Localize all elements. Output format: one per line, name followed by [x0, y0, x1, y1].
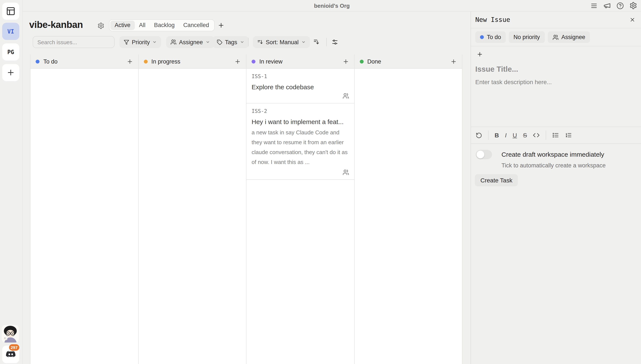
panels-toggle-button[interactable] — [2, 2, 19, 20]
column-body — [30, 69, 138, 364]
status-chip[interactable]: To do — [475, 31, 506, 43]
user-avatar[interactable] — [2, 325, 19, 342]
tags-filter-button[interactable]: Tags — [212, 36, 248, 48]
status-dot — [144, 60, 148, 63]
users-icon — [170, 39, 176, 45]
add-card-button[interactable] — [342, 58, 349, 64]
divider — [248, 38, 248, 46]
bold-button[interactable]: B — [494, 132, 499, 138]
bullet-list-icon[interactable] — [552, 132, 559, 139]
add-card-button[interactable] — [450, 58, 457, 64]
display-options-icon[interactable] — [332, 39, 338, 46]
issue-title: Explore the codebase — [252, 83, 349, 90]
column-todo: To do — [30, 54, 138, 364]
toggle-label: Create draft workspace immediately — [502, 151, 604, 158]
column-name: Done — [367, 58, 450, 64]
status-dot — [360, 60, 364, 63]
column-done: Done — [354, 54, 462, 364]
column-in-progress: In progress — [138, 54, 246, 364]
column-body — [138, 69, 246, 364]
settings-icon[interactable] — [630, 2, 637, 10]
app-window: VI PG — [0, 0, 641, 364]
panel-title: New Issue — [475, 16, 630, 24]
draft-workspace-toggle[interactable] — [476, 150, 492, 159]
issue-title: Hey i want to implement a feat... — [252, 118, 349, 125]
divider — [546, 130, 546, 140]
column-header: In review — [246, 54, 354, 69]
new-issue-panel: New Issue To do No priority Assignee Iss… — [470, 12, 641, 364]
toggle-hint: Tick to automatically create a workspace — [502, 162, 606, 169]
editor-toolbar: B I U S — [471, 127, 641, 144]
column-name: In review — [259, 58, 342, 64]
priority-filter-button[interactable]: Priority — [119, 36, 161, 48]
chevron-down-icon — [206, 40, 210, 44]
megaphone-icon[interactable] — [603, 2, 611, 10]
project-initials: VI — [7, 28, 14, 34]
issue-description: a new task in say Claude Code and they w… — [252, 128, 349, 167]
tab-backlog[interactable]: Backlog — [150, 20, 179, 30]
panels-layout-icon — [6, 6, 16, 16]
column-header: In progress — [138, 54, 246, 69]
strikethrough-button[interactable]: S — [523, 132, 527, 138]
tab-all[interactable]: All — [135, 20, 150, 30]
org-name: benioid's Org — [23, 0, 641, 11]
add-project-button[interactable] — [2, 64, 19, 81]
code-icon[interactable] — [533, 132, 540, 139]
status-dot — [36, 60, 40, 63]
divider — [488, 130, 488, 140]
ordered-list-icon[interactable] — [565, 132, 572, 139]
search-input[interactable] — [33, 36, 115, 48]
column-header: Done — [354, 54, 462, 69]
add-property-button[interactable] — [476, 51, 483, 58]
project-initials: PG — [7, 49, 14, 55]
project-button-pg[interactable]: PG — [2, 43, 19, 60]
status-chip-label: To do — [487, 34, 501, 40]
chevron-down-icon — [301, 40, 306, 44]
left-rail: VI PG — [0, 0, 23, 364]
add-card-button[interactable] — [234, 58, 241, 64]
issue-card[interactable]: ISS-2 Hey i want to implement a feat... … — [246, 104, 354, 180]
users-icon — [552, 34, 558, 40]
view-tabs: Active All Backlog Cancelled — [109, 19, 215, 31]
discord-icon — [6, 349, 16, 360]
kanban-board: To do In progress In review ISS-1 — [30, 54, 462, 364]
issue-id: ISS-1 — [252, 74, 349, 80]
column-in-review: In review ISS-1 Explore the codebase ISS… — [246, 54, 354, 364]
column-name: To do — [43, 58, 126, 64]
create-task-button[interactable]: Create Task — [475, 174, 518, 186]
project-button-vi[interactable]: VI — [2, 23, 19, 40]
underline-button[interactable]: U — [513, 132, 517, 138]
column-name: In progress — [151, 58, 234, 64]
sort-icon — [257, 39, 263, 45]
add-tab-button[interactable] — [218, 22, 224, 29]
sort-direction-icon[interactable] — [313, 39, 320, 46]
tags-filter-label: Tags — [225, 39, 237, 45]
issue-id: ISS-2 — [252, 108, 349, 114]
top-bar: benioid's Org — [23, 0, 641, 12]
add-card-button[interactable] — [126, 58, 133, 64]
undo-icon[interactable] — [476, 132, 482, 138]
assignee-chip[interactable]: Assignee — [548, 31, 590, 43]
issue-property-chips: To do No priority Assignee — [471, 28, 641, 46]
italic-button[interactable]: I — [505, 132, 506, 138]
priority-chip[interactable]: No priority — [509, 31, 544, 43]
priority-filter-label: Priority — [132, 39, 150, 45]
assignee-filter-button[interactable]: Assignee — [166, 36, 214, 48]
help-icon[interactable] — [616, 2, 624, 9]
assignees-icon[interactable] — [342, 169, 349, 176]
discord-notification-badge: 297 — [9, 344, 19, 351]
board-settings-icon[interactable] — [98, 22, 104, 29]
column-body: ISS-1 Explore the codebase ISS-2 Hey i w… — [246, 69, 354, 364]
sort-button[interactable]: Sort: Manual — [253, 36, 310, 48]
issue-card[interactable]: ISS-1 Explore the codebase — [246, 69, 354, 104]
tab-active[interactable]: Active — [110, 20, 135, 30]
issue-description-input[interactable]: Enter task description here... — [475, 78, 637, 86]
menu-icon[interactable] — [590, 2, 598, 9]
assignee-chip-label: Assignee — [561, 34, 585, 40]
tab-cancelled[interactable]: Cancelled — [179, 20, 214, 30]
tag-icon — [217, 39, 222, 45]
issue-title-input[interactable]: Issue Title... — [475, 65, 637, 74]
close-icon[interactable] — [630, 17, 636, 23]
assignees-icon[interactable] — [342, 93, 349, 99]
priority-chip-label: No priority — [514, 34, 540, 40]
